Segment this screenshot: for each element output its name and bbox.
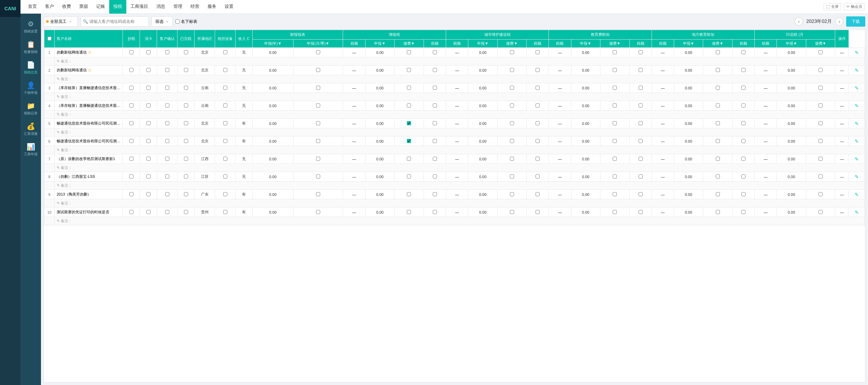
local-fee-cb[interactable] [732,101,754,111]
confirm-cb[interactable] [157,48,177,57]
nav-manage[interactable]: 管理 [169,0,186,14]
employee-filter[interactable]: 全部员工 ▼ [44,16,78,27]
vat-declare-cb[interactable] [395,66,424,75]
city-fee-cb[interactable] [527,208,549,217]
nav-finance[interactable]: 经营 [186,0,203,14]
confirm-cb[interactable] [157,101,177,111]
local-declare-cb[interactable] [703,208,732,217]
qingka-cb[interactable] [140,101,157,111]
fin-year-cb[interactable] [293,154,343,164]
th-local-fee[interactable]: 缴费▼ [703,40,732,48]
fin-year-cb[interactable] [293,172,343,182]
stamp-declare-cb[interactable] [806,66,835,75]
city-declare-cb[interactable] [497,83,527,93]
qingka-cb[interactable] [140,137,157,146]
filed-cb[interactable] [177,119,195,128]
edit-btn[interactable]: ✎ [849,172,865,182]
edu-fee-cb[interactable] [629,172,652,182]
local-fee-cb[interactable] [732,190,754,199]
stamp-declare-cb[interactable] [806,208,835,217]
edu-fee-cb[interactable] [629,83,652,93]
edit-btn[interactable]: ✎ [849,154,865,164]
edit-btn[interactable]: ✎ [849,190,865,199]
local-fee-cb[interactable] [732,119,754,128]
vat-declare-cb[interactable] [395,119,424,128]
qingka-cb[interactable] [140,172,157,182]
local-fee-cb[interactable] [732,172,754,182]
edu-fee-cb[interactable] [629,190,652,199]
fullscreen-btn[interactable]: ⛶ 全屏 [824,3,841,10]
sub-nav-batch-tax[interactable]: 📋 批量报税 [20,37,41,57]
edit-btn[interactable]: ✎ [849,101,865,111]
city-fee-cb[interactable] [527,154,549,164]
vat-declare-cb[interactable] [395,101,424,111]
chaoshui-cb[interactable] [123,66,140,75]
fin-year-cb[interactable] [293,101,343,111]
select-all-checkbox[interactable] [47,37,52,41]
sub-nav-annual-report[interactable]: 📊 工商年报 [20,139,41,160]
filed-cb[interactable] [177,208,195,217]
checkbox-label[interactable]: 名下标表 [175,19,197,25]
stamp-declare-cb[interactable] [806,83,835,93]
vat-fee-cb[interactable] [424,137,446,146]
local-fee-cb[interactable] [732,83,754,93]
city-fee-cb[interactable] [527,190,549,199]
search-box[interactable]: 🔍 [81,16,149,27]
nav-tax[interactable]: 报税 [109,0,126,14]
sub-nav-tax-record[interactable]: 📁 报税记录 [20,98,41,119]
edu-fee-cb[interactable] [629,119,652,128]
qingka-cb[interactable] [140,208,157,217]
edit-btn[interactable]: ✎ [849,208,865,217]
vat-declare-cb[interactable] [395,172,424,182]
date-prev-btn[interactable]: ‹ [795,17,803,26]
vat-fee-cb[interactable] [424,66,446,75]
th-local-declare[interactable]: 申报▼ [674,40,703,48]
fin-year-cb[interactable] [293,83,343,93]
edu-fee-cb[interactable] [629,48,652,57]
vat-declare-cb[interactable] [395,208,424,217]
qingka-cb[interactable] [140,83,157,93]
edu-fee-cb[interactable] [629,154,652,164]
nav-message[interactable]: 消息 [152,0,169,14]
confirm-cb[interactable] [157,137,177,146]
edu-declare-cb[interactable] [600,137,630,146]
chaoshui-cb[interactable] [123,119,140,128]
city-declare-cb[interactable] [497,208,527,217]
sub-nav-settlement[interactable]: 💰 汇算清缴 [20,119,41,139]
edit-btn[interactable]: ✎ [849,66,865,75]
qingka-cb[interactable] [140,48,157,57]
edu-fee-cb[interactable] [629,66,652,75]
nav-settings[interactable]: 设置 [220,0,238,14]
edu-declare-cb[interactable] [600,48,630,57]
city-fee-cb[interactable] [527,48,549,57]
th-city-fee[interactable]: 缴费▼ [497,40,527,48]
fin-year-cb[interactable] [293,137,343,146]
chaoshui-cb[interactable] [123,154,140,164]
filed-cb[interactable] [177,83,195,93]
confirm-cb[interactable] [157,66,177,75]
download-button[interactable]: 下载 [846,16,865,27]
nav-service[interactable]: 服务 [203,0,220,14]
edu-declare-cb[interactable] [600,208,630,217]
device-cb[interactable] [215,190,236,199]
th-vat-declare[interactable]: 申报▼ [365,40,395,48]
nav-invoice[interactable]: 票据 [75,0,92,14]
edu-declare-cb[interactable] [600,190,630,199]
city-declare-cb[interactable] [497,119,527,128]
city-declare-cb[interactable] [497,172,527,182]
search-input[interactable] [89,19,146,24]
vat-declare-cb[interactable] [395,83,424,93]
nav-accounting[interactable]: 记账 [92,0,109,14]
chaoshui-cb[interactable] [123,101,140,111]
filed-cb[interactable] [177,172,195,182]
th-stamp-declare[interactable]: 申报▼ [777,40,806,48]
qingka-cb[interactable] [140,190,157,199]
edit-btn[interactable]: ✎ [849,48,865,57]
checkbox-named[interactable] [175,19,180,24]
fin-year-cb[interactable] [293,190,343,199]
nav-billing[interactable]: 收费 [58,0,75,14]
local-fee-cb[interactable] [732,208,754,217]
edu-fee-cb[interactable] [629,208,652,217]
th-vat-fee[interactable]: 缴费▼ [395,40,424,48]
fin-year-cb[interactable] [293,208,343,217]
